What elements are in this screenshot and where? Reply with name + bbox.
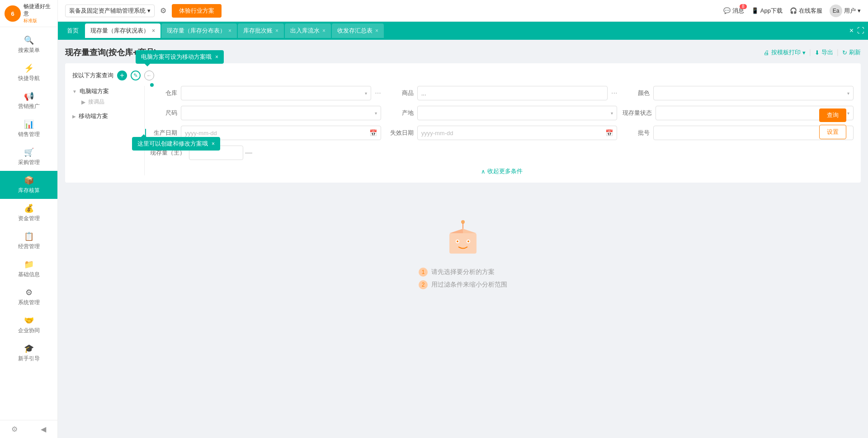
basic-info-icon: 📁	[24, 259, 34, 269]
svg-text:6: 6	[11, 10, 14, 17]
system-selector[interactable]: 装备及固定资产辅助管理系统 ▾	[65, 5, 155, 17]
search-button[interactable]: 查询	[819, 108, 846, 122]
mobile-icon: 📱	[751, 7, 759, 14]
close-all-tabs-button[interactable]: ×	[849, 27, 854, 35]
desktop-scheme-group[interactable]: ▼ 电脑端方案	[72, 86, 139, 97]
tabs-actions: × ⛶	[849, 27, 864, 35]
export-icon: ⬇	[815, 49, 820, 56]
tab-home[interactable]: 首页	[61, 24, 84, 38]
filter-field-product: 商品 ···	[387, 86, 618, 100]
filter-row-4: 现存量（主） —	[150, 146, 854, 160]
product-more-icon[interactable]: ···	[611, 89, 617, 97]
tab-stock-status[interactable]: 现存量（库存状况表） ×	[85, 24, 160, 38]
finance-icon: 💰	[24, 203, 34, 213]
sidebar-item-enterprise[interactable]: 🤝 企业协同	[0, 311, 57, 339]
page-content: 现存量查询(按仓库+商品) 🖨 按模板打印 ▾ | ⬇ 导出 | ↻ 刷新	[58, 40, 868, 438]
filter-section: 按以下方案查询 + ✎ ← 电脑方案可设为移动方案哦 ×	[65, 63, 861, 183]
notification-badge: 8	[740, 4, 747, 9]
sidebar-item-search[interactable]: 🔍 搜索菜单	[0, 31, 57, 59]
filter-row-3: 生产日期 yyyy-mm-dd 📅 失效日期 yyyy-mm-dd 📅	[150, 126, 854, 140]
print-dropdown-icon: ▾	[802, 49, 806, 56]
sidebar-item-operations[interactable]: 📋 经营管理	[0, 227, 57, 255]
system-title: 装备及固定资产辅助管理系统	[69, 7, 146, 15]
tab-close-stock-dist[interactable]: ×	[228, 28, 231, 34]
product-input[interactable]	[417, 86, 608, 100]
collapse-conditions-button[interactable]: ∧ 收起更多条件	[150, 164, 854, 175]
refresh-button[interactable]: ↻ 刷新	[842, 48, 861, 57]
tab-close-batch-ledger[interactable]: ×	[275, 28, 278, 34]
header-left: 装备及固定资产辅助管理系统 ▾ ⚙ 体验行业方案	[65, 4, 222, 18]
dropdown-arrow-icon: ▾	[147, 7, 151, 14]
expiry-date-start[interactable]: yyyy-mm-dd 📅	[417, 126, 618, 140]
header-settings-icon[interactable]: ⚙	[160, 6, 166, 15]
svg-marker-3	[449, 229, 463, 233]
tab-batch-ledger[interactable]: 库存批次账 ×	[238, 24, 284, 38]
edit-scheme-button[interactable]: ✎	[131, 71, 141, 80]
receipt-summary-tab-label: 收发存汇总表	[337, 27, 373, 35]
sidebar-item-quick-nav[interactable]: ⚡ 快捷导航	[0, 59, 57, 87]
left-arrow-icon: ←	[146, 72, 152, 79]
refresh-icon: ↻	[842, 49, 847, 56]
notification-button[interactable]: 💬 消息 8	[723, 7, 744, 15]
color-select[interactable]: ▾	[653, 86, 854, 100]
tab-inout-flow[interactable]: 出入库流水 ×	[285, 24, 331, 38]
sidebar-item-marketing[interactable]: 📢 营销推广	[0, 87, 57, 115]
try-button[interactable]: 体验行业方案	[172, 4, 222, 18]
tab-receipt-summary[interactable]: 收发存汇总表 ×	[332, 24, 384, 38]
sidebar-bottom: ⚙ ◀	[0, 420, 57, 438]
app-download-button[interactable]: 📱 App下载	[751, 7, 783, 15]
system-icon: ⚙	[25, 287, 33, 297]
batch-label: 批号	[623, 129, 650, 137]
tab-close-inout-flow[interactable]: ×	[322, 28, 326, 34]
settings-bottom-icon[interactable]: ⚙	[11, 425, 18, 433]
nav-left-button[interactable]: ←	[144, 71, 154, 80]
printer-icon: 🖨	[764, 49, 769, 56]
warehouse-select[interactable]: ▾	[181, 86, 371, 100]
sidebar-item-purchase[interactable]: 🛒 采购管理	[0, 143, 57, 171]
reset-button[interactable]: 设置	[819, 125, 846, 139]
sidebar-item-basic-info[interactable]: 📁 基础信息	[0, 255, 57, 283]
tooltip1-close[interactable]: ×	[215, 54, 218, 60]
warehouse-dropdown-icon: ▾	[365, 91, 367, 96]
inout-flow-tab-label: 出入库流水	[290, 27, 320, 35]
chevron-up-icon: ∧	[481, 168, 486, 175]
page-actions: 🖨 按模板打印 ▾ | ⬇ 导出 | ↻ 刷新	[764, 48, 861, 57]
logo: 6 畅捷通好生意 标准版	[0, 0, 57, 27]
filter-header: 按以下方案查询 + ✎ ← 电脑方案可设为移动方案哦 ×	[72, 71, 854, 80]
add-scheme-button[interactable]: +	[117, 71, 127, 80]
marketing-icon: 📢	[24, 91, 34, 101]
headset-icon: 🎧	[790, 7, 797, 14]
tab-close-stock-status[interactable]: ×	[152, 28, 155, 34]
size-select[interactable]: ▾	[181, 106, 381, 120]
sidebar-item-finance[interactable]: 💰 资金管理	[0, 199, 57, 227]
maximize-button[interactable]: ⛶	[857, 27, 864, 35]
sidebar-item-guide[interactable]: 🎓 新手引导	[0, 339, 57, 367]
empty-illustration	[440, 215, 486, 260]
origin-select[interactable]: ▾	[417, 106, 618, 120]
quick-nav-icon: ⚡	[24, 63, 34, 73]
sidebar-item-inventory[interactable]: 📦 库存核算	[0, 171, 57, 199]
sales-icon: 📊	[24, 119, 34, 129]
user-menu-button[interactable]: Ea 用户 ▾	[830, 5, 861, 17]
sidebar-item-sales[interactable]: 📊 销售管理	[0, 115, 57, 143]
online-service-button[interactable]: 🎧 在线客服	[790, 7, 822, 15]
tab-stock-dist[interactable]: 现存量（库存分布表） ×	[161, 24, 237, 38]
filter-field-expiry-date: 失效日期 yyyy-mm-dd 📅	[387, 126, 618, 140]
collapse-sidebar-icon[interactable]: ◀	[41, 425, 46, 433]
header-right: 💬 消息 8 📱 App下载 🎧 在线客服 Ea 用户 ▾	[723, 5, 861, 17]
scheme-panel: ▼ 电脑端方案 ▶ 接调品 ▶ 移动端方案	[72, 86, 145, 175]
main-content: 装备及固定资产辅助管理系统 ▾ ⚙ 体验行业方案 💬 消息 8 📱 App下载 …	[58, 0, 868, 438]
sidebar-item-system[interactable]: ⚙ 系统管理	[0, 283, 57, 311]
mobile-scheme-group[interactable]: ▶ 移动端方案	[72, 111, 139, 122]
plus-icon: +	[120, 71, 124, 80]
tab-close-receipt-summary[interactable]: ×	[375, 28, 378, 34]
scheme-item-pickup[interactable]: ▶ 接调品	[72, 97, 139, 107]
print-button[interactable]: 🖨 按模板打印 ▾	[764, 48, 806, 57]
tooltip2-close[interactable]: ×	[212, 141, 215, 147]
item-icon: ▶	[81, 99, 85, 105]
tabs-bar: 首页 现存量（库存状况表） × 现存量（库存分布表） × 库存批次账 × 出入库…	[58, 22, 868, 40]
export-button[interactable]: ⬇ 导出	[815, 48, 833, 57]
warehouse-more-icon[interactable]: ···	[375, 89, 381, 97]
filter-field-size: 尺码 ▾	[150, 106, 381, 120]
home-tab-label: 首页	[67, 27, 79, 35]
